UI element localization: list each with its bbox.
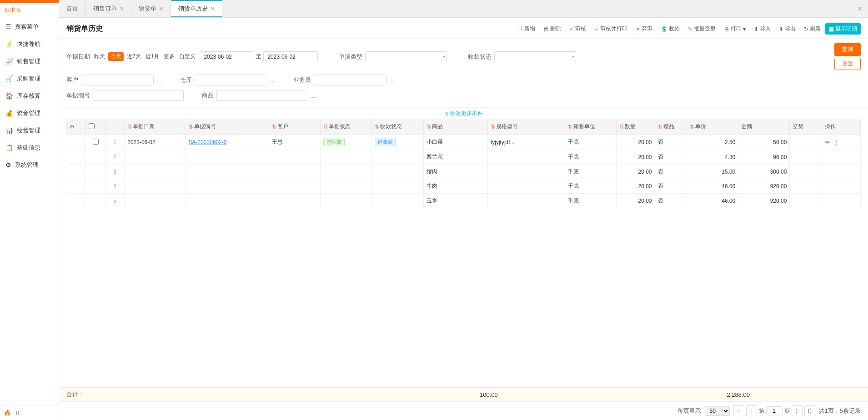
- warehouse-more-btn[interactable]: ...: [270, 76, 276, 84]
- goods-more-btn[interactable]: ...: [310, 92, 316, 99]
- sort-paystatus[interactable]: ⇅ 收款状态: [375, 123, 420, 130]
- pay-status-input[interactable]: [494, 51, 576, 62]
- col-date-header[interactable]: ⇅ 单据日期: [125, 119, 186, 135]
- col-docstatus-header[interactable]: ⇅ 单据状态: [321, 119, 372, 135]
- show-detail-icon: ▣: [829, 26, 834, 32]
- shortcut-yesterday[interactable]: 昨天: [93, 52, 106, 61]
- page-number-input[interactable]: [766, 406, 783, 415]
- tab-sales-delivery[interactable]: 销货单 ✕: [131, 1, 171, 16]
- query-button[interactable]: 查询: [834, 43, 861, 56]
- export-button[interactable]: ⬇ 导出: [775, 23, 799, 35]
- sidebar-item-sys-mgmt[interactable]: ⚙ 系统管理: [0, 156, 59, 174]
- col-goods-header[interactable]: ⇅ 商品: [423, 119, 487, 135]
- col-qty-header[interactable]: ⇅ 数量: [616, 119, 655, 135]
- doc-type-input[interactable]: [365, 51, 447, 62]
- sidebar-item-search-menu[interactable]: ☰ 搜索菜单: [0, 18, 59, 35]
- sort-docno[interactable]: ⇅ 单据编号: [189, 123, 266, 130]
- col-rownum-header: [105, 119, 124, 135]
- sidebar-pause-icon[interactable]: ⏸: [15, 410, 20, 416]
- date-from-input[interactable]: [200, 51, 254, 62]
- col-price-header[interactable]: ⇅ 单价: [687, 119, 738, 135]
- docno-link[interactable]: SA-20230602-0: [189, 139, 227, 145]
- col-docno-header[interactable]: ⇅ 单据编号: [186, 119, 269, 135]
- sort-goods-icon: ⇅: [426, 124, 431, 130]
- salesman-more-btn[interactable]: ...: [389, 76, 395, 84]
- row-goods-cell: 西兰花: [423, 150, 487, 165]
- export-icon: ⬇: [779, 26, 783, 32]
- sidebar-item-purchase-mgmt[interactable]: 🛒 采购管理: [0, 70, 59, 87]
- sidebar-fire-icon[interactable]: 🔥: [4, 410, 11, 416]
- row-edit-icon[interactable]: ✏: [825, 139, 830, 146]
- page-next-button[interactable]: ⟩: [792, 405, 803, 416]
- tab-sales-order-close[interactable]: ✕: [120, 6, 124, 12]
- sort-qty[interactable]: ⇅ 数量: [619, 123, 652, 130]
- print-button[interactable]: 🖨 打印 ▾: [720, 23, 749, 35]
- page-prev-button[interactable]: ⟨: [746, 405, 757, 416]
- sort-price[interactable]: ⇅ 单价: [690, 123, 735, 130]
- customer-input[interactable]: [81, 75, 154, 85]
- tab-close-all-button[interactable]: ✕: [852, 5, 868, 12]
- row-checkbox[interactable]: [93, 139, 99, 145]
- sort-spec-icon: ⇅: [491, 124, 495, 130]
- collect-button[interactable]: 💲 收款: [657, 23, 683, 35]
- sidebar-item-inventory[interactable]: 🏠 库存核算: [0, 87, 59, 105]
- shortcut-7days[interactable]: 近7天: [125, 52, 142, 61]
- import-button[interactable]: ⬆ 导入: [750, 23, 774, 35]
- sort-spec[interactable]: ⇅ 规格型号: [491, 123, 562, 130]
- row-docstatus-cell: [321, 194, 372, 208]
- set-button[interactable]: 设置: [834, 58, 861, 70]
- shortcut-custom[interactable]: 自定义: [178, 52, 197, 61]
- sidebar-item-quick-nav[interactable]: ⚡ 快捷导航: [0, 35, 59, 53]
- sort-customer[interactable]: ⇅ 客户: [272, 123, 317, 130]
- sort-goods[interactable]: ⇅ 商品: [426, 123, 485, 130]
- shortcut-more[interactable]: 更多: [162, 52, 176, 61]
- warehouse-input[interactable]: [195, 75, 267, 85]
- goods-input[interactable]: [216, 90, 307, 101]
- page-size-select[interactable]: 10 20 50 100: [705, 406, 730, 416]
- table-row: 1 2023-06-02 SA-20230602-0 王总 已生效 已收款 小白…: [67, 135, 861, 150]
- collapse-button[interactable]: ∧ 收起更多条件: [445, 110, 483, 117]
- sort-docstatus[interactable]: ⇅ 单据状态: [323, 123, 369, 130]
- audit-button[interactable]: ✓ 审核: [566, 23, 590, 35]
- col-customer-header[interactable]: ⇅ 客户: [269, 119, 321, 135]
- show-detail-button[interactable]: ▣ 显示明细: [825, 23, 861, 35]
- shortcut-today[interactable]: 今天: [108, 52, 124, 61]
- filter-row-3: 单据编号 商品 ...: [66, 90, 861, 101]
- select-all-checkbox[interactable]: [89, 123, 95, 129]
- batch-change-button[interactable]: ✎ 批量变更: [684, 23, 719, 35]
- add-button[interactable]: + 新增: [516, 23, 539, 35]
- sort-date[interactable]: ⇅ 单据日期: [127, 123, 182, 130]
- docno-input[interactable]: [93, 90, 184, 101]
- sort-gift[interactable]: ⇅ 赠品: [658, 123, 684, 130]
- pagination: 每页显示 10 20 50 100 ⟨⟨ ⟨ 第 页 ⟩ ⟩⟩ 共1页，5条记录: [59, 401, 868, 420]
- filter-salesman-item: 业务员 ...: [293, 75, 395, 85]
- col-spec-header[interactable]: ⇅ 规格型号: [487, 119, 565, 135]
- col-gift-header[interactable]: ⇅ 赠品: [655, 119, 687, 135]
- sidebar-item-ops-mgmt[interactable]: 📊 经营管理: [0, 122, 59, 139]
- salesman-input[interactable]: [314, 75, 386, 85]
- tab-sales-history-close[interactable]: ✕: [211, 6, 215, 12]
- row-more-icon[interactable]: ⋮: [833, 139, 839, 146]
- shortcut-1month[interactable]: 近1月: [144, 52, 161, 61]
- col-unit-header[interactable]: ⇅ 销售单位: [565, 119, 616, 135]
- refresh-button[interactable]: ↻ 刷新: [800, 23, 824, 35]
- col-paystatus-header[interactable]: ⇅ 收款状态: [372, 119, 423, 135]
- delete-button[interactable]: 🗑 删除: [540, 23, 565, 35]
- sidebar-item-finance-mgmt[interactable]: 💰 资金管理: [0, 105, 59, 122]
- col-gear-header[interactable]: ⚙: [67, 119, 86, 135]
- date-to-input[interactable]: [263, 51, 318, 62]
- page-first-button[interactable]: ⟨⟨: [733, 405, 744, 416]
- sort-unit[interactable]: ⇅ 销售单位: [568, 123, 613, 130]
- tab-home[interactable]: 首页: [59, 1, 86, 16]
- tab-sales-history[interactable]: 销货单历史 ✕: [171, 0, 222, 17]
- tab-sales-order[interactable]: 销售订单 ✕: [86, 1, 131, 16]
- audit-print-button[interactable]: ✓ 审核并打印: [591, 23, 631, 35]
- sidebar-item-basic-info[interactable]: 📋 基础信息: [0, 139, 59, 156]
- abandon-button[interactable]: ✕ 弃审: [632, 23, 656, 35]
- tab-sales-delivery-close[interactable]: ✕: [159, 6, 163, 12]
- row-num-cell: 5: [105, 194, 124, 208]
- customer-more-btn[interactable]: ...: [156, 76, 162, 84]
- batch-change-icon: ✎: [688, 26, 692, 32]
- sidebar-item-sales-mgmt[interactable]: 📈 销售管理: [0, 53, 59, 70]
- page-last-button[interactable]: ⟩⟩: [804, 405, 815, 416]
